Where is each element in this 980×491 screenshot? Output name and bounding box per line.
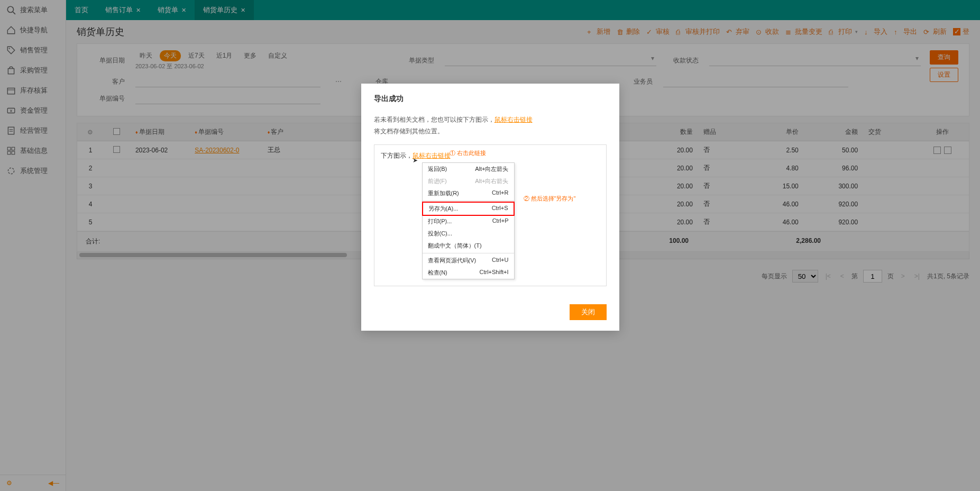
context-menu-illustration: 返回(B)Alt+向左箭头前进(F)Alt+向右箭头重新加载(R)Ctrl+R另… (422, 162, 515, 279)
ctx-menu-item: 返回(B)Alt+向左箭头 (423, 163, 514, 175)
close-button[interactable]: 关闭 (570, 304, 607, 320)
ctx-menu-item: 查看网页源代码(V)Ctrl+U (423, 254, 514, 267)
instruction-box: 下方图示，鼠标右击链接 ➤ ① 右击此链接 ② 然后选择"另存为" 返回(B)A… (374, 144, 607, 286)
ctx-menu-item: 另存为(A)...Ctrl+S (422, 202, 515, 216)
inst-pre: 下方图示， (381, 152, 413, 159)
ctx-menu-item: 打印(P)...Ctrl+P (423, 215, 514, 228)
rightclick-link[interactable]: 鼠标右击链接 (494, 116, 533, 123)
modal-title: 导出成功 (374, 94, 607, 104)
ctx-menu-item: 检查(N)Ctrl+Shift+I (423, 267, 514, 279)
ctx-menu-item: 重新加载(R)Ctrl+R (423, 187, 514, 199)
annotation-1: ① 右击此链接 (450, 149, 486, 157)
modal-text: 若未看到相关文档，您也可以按下方图示，鼠标右击链接 将文档存储到其他位置。 (374, 114, 607, 137)
annotation-2: ② 然后选择"另存为" (524, 195, 576, 203)
ctx-menu-item: 投射(C)... (423, 228, 514, 240)
modal-text-1: 若未看到相关文档，您也可以按下方图示， (374, 116, 494, 123)
ctx-menu-item: 前进(F)Alt+向右箭头 (423, 175, 514, 187)
modal-text-2: 将文档存储到其他位置。 (374, 128, 444, 135)
inst-link: 鼠标右击链接 (413, 152, 451, 159)
cursor-icon: ➤ (413, 157, 418, 164)
export-success-modal: 导出成功 若未看到相关文档，您也可以按下方图示，鼠标右击链接 将文档存储到其他位… (361, 84, 619, 331)
ctx-menu-item: 翻成中文（简体）(T) (423, 240, 514, 252)
